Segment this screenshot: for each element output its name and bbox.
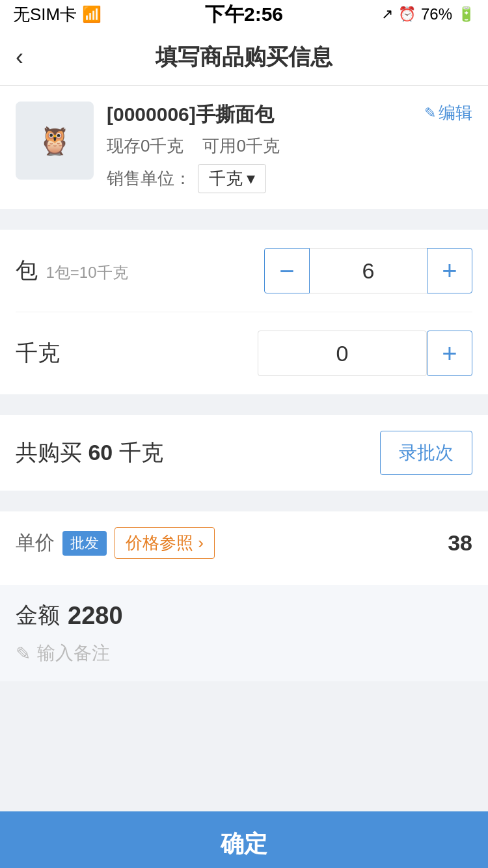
alarm-icon: ⏰ (398, 6, 416, 23)
quantity-hint-bao: 1包=10千克 (46, 264, 128, 281)
quantity-kg-input[interactable] (258, 331, 427, 376)
separator-2 (0, 405, 488, 415)
unit-select[interactable]: 千克 ▾ (198, 164, 266, 193)
product-unit-row: 销售单位： 千克 ▾ (107, 164, 472, 193)
page-title: 填写商品购买信息 (156, 42, 332, 72)
status-left: 无SIM卡 📶 (13, 3, 102, 26)
status-time: 下午2:56 (205, 1, 283, 28)
amount-row: 金额 2280 (16, 601, 472, 631)
product-stock: 现存0千克 可用0千克 (107, 135, 472, 157)
nav-bar: ‹ 填写商品购买信息 (0, 29, 488, 86)
product-logo: 🦉 (38, 125, 72, 157)
product-name: [0000006]手撕面包 (107, 102, 274, 128)
confirm-button[interactable]: 确定 (0, 811, 488, 868)
summary-unit: 千克 (119, 440, 163, 465)
separator-3 (0, 501, 488, 511)
back-button[interactable]: ‹ (16, 44, 23, 71)
unit-value: 千克 (209, 167, 243, 190)
amount-section: 金额 2280 ✎ 输入备注 (0, 585, 488, 681)
product-card: 🦉 [0000006]手撕面包 ✎ 编辑 现存0千克 可用0千克 销售单位： 千… (0, 86, 488, 209)
quantity-row-bao: 包 1包=10千克 − + (16, 230, 472, 312)
carrier-text: 无SIM卡 (13, 3, 77, 26)
summary-section: 共购买 60 千克 录批次 (0, 415, 488, 491)
unit-label: 销售单位： (107, 167, 191, 190)
price-label: 单价 (16, 530, 55, 556)
stock-text: 现存0千克 (107, 136, 183, 156)
summary-amount: 60 (88, 440, 113, 465)
quantity-controls-kg: + (258, 331, 472, 376)
chevron-down-icon: ▾ (247, 169, 255, 189)
status-bar: 无SIM卡 📶 下午2:56 ↗ ⏰ 76% 🔋 (0, 0, 488, 29)
separator-1 (0, 219, 488, 230)
price-row: 单价 批发 价格参照 › 38 (16, 527, 472, 559)
quantity-row-kg: 千克 + (16, 312, 472, 394)
quantity-section: 包 1包=10千克 − + 千克 + (0, 230, 488, 394)
amount-label: 金额 (16, 601, 60, 631)
edit-icon: ✎ (424, 105, 436, 122)
quantity-controls-bao: − + (264, 248, 472, 293)
increment-kg-button[interactable]: + (427, 331, 472, 376)
spacer (0, 681, 488, 811)
price-section: 单价 批发 价格参照 › 38 (0, 511, 488, 585)
quantity-label-bao: 包 1包=10千克 (16, 256, 128, 286)
available-text: 可用0千克 (202, 136, 279, 156)
price-value: 38 (448, 530, 472, 556)
note-icon: ✎ (16, 643, 31, 664)
battery-text: 76% (421, 5, 452, 23)
batch-button[interactable]: 录批次 (380, 431, 472, 475)
summary-text: 共购买 60 千克 (16, 438, 163, 468)
amount-value: 2280 (68, 602, 123, 630)
note-row[interactable]: ✎ 输入备注 (16, 641, 472, 666)
summary-label: 共购买 (16, 440, 82, 465)
price-ref-button[interactable]: 价格参照 › (115, 527, 215, 559)
location-icon: ↗ (381, 6, 393, 23)
edit-button[interactable]: ✎ 编辑 (424, 102, 472, 124)
product-image: 🦉 (16, 102, 94, 180)
product-info: [0000006]手撕面包 ✎ 编辑 现存0千克 可用0千克 销售单位： 千克 … (107, 102, 472, 193)
quantity-label-kg: 千克 (16, 338, 60, 368)
wifi-icon: 📶 (82, 5, 102, 23)
quantity-bao-input[interactable] (310, 248, 427, 293)
note-placeholder: 输入备注 (37, 641, 110, 666)
battery-icon: 🔋 (457, 6, 475, 23)
increment-bao-button[interactable]: + (427, 248, 472, 293)
edit-label: 编辑 (439, 102, 472, 124)
content-area: 🦉 [0000006]手撕面包 ✎ 编辑 现存0千克 可用0千克 销售单位： 千… (0, 86, 488, 811)
price-tag: 批发 (62, 531, 107, 556)
decrement-bao-button[interactable]: − (264, 248, 310, 293)
status-right: ↗ ⏰ 76% 🔋 (381, 5, 475, 23)
